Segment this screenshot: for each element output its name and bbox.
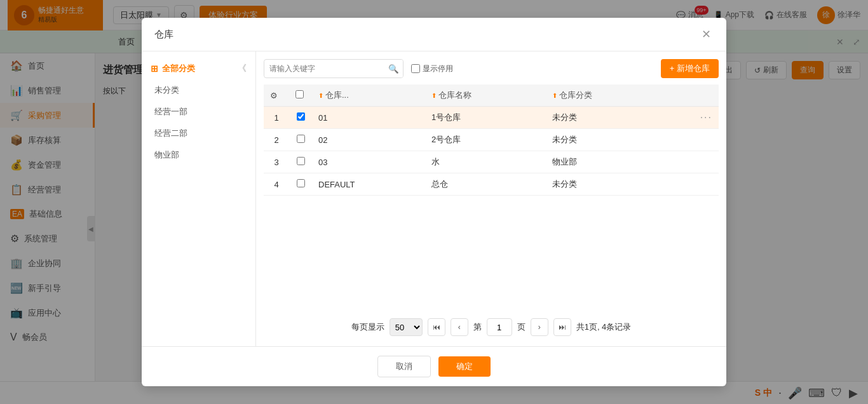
th-category: ⬆ 仓库分类 [546, 84, 719, 107]
row-code: 02 [312, 129, 425, 151]
sort-icon-name: ⬆ [431, 92, 437, 99]
modal-body: ⊞ 全部分类 《 未分类 经营一部 经营二部 物业部 [142, 51, 726, 346]
th-checkbox [289, 84, 312, 107]
next-page-button[interactable]: › [531, 318, 548, 336]
category-item-2[interactable]: 经营二部 [142, 123, 255, 144]
category-item-0[interactable]: 未分类 [142, 79, 255, 101]
row-name: 水 [425, 151, 546, 173]
row-name: 1号仓库 [425, 107, 546, 129]
category-panel: ⊞ 全部分类 《 未分类 经营一部 经营二部 物业部 [142, 51, 256, 346]
table-container: ⚙ ⬆ 仓库... ⬆ [264, 84, 719, 311]
row-code: 01 [312, 107, 425, 129]
all-categories-button[interactable]: ⊞ 全部分类 [151, 63, 195, 74]
pagination: 每页显示 50 20 100 ⏮ ‹ 第 页 › ⏭ 共1页, 4条记录 [264, 311, 719, 339]
page-input[interactable] [487, 318, 512, 336]
row-checkbox[interactable] [289, 173, 312, 196]
table-row[interactable]: 4 DEFAULT 总仓 未分类 [264, 173, 719, 196]
modal-title: 仓库 [154, 29, 173, 41]
cancel-button[interactable]: 取消 [377, 356, 431, 377]
per-page-select[interactable]: 50 20 100 [390, 318, 423, 336]
sort-icon: ⬆ [318, 92, 323, 99]
search-button[interactable]: 🔍 [384, 60, 403, 77]
row-code: DEFAULT [312, 173, 425, 196]
row-checkbox[interactable] [289, 129, 312, 151]
table-row[interactable]: 2 02 2号仓库 未分类 [264, 129, 719, 151]
table-row[interactable]: 1 01 1号仓库 未分类··· [264, 107, 719, 129]
last-page-button[interactable]: ⏭ [553, 318, 571, 336]
modal-footer: 取消 确定 [142, 346, 726, 386]
table-header-row: ⚙ ⬆ 仓库... ⬆ [264, 84, 719, 107]
row-category: 未分类 [546, 129, 719, 151]
th-settings: ⚙ [264, 84, 289, 107]
confirm-button[interactable]: 确定 [438, 356, 491, 377]
show-disabled-checkbox[interactable] [411, 64, 420, 73]
category-item-1[interactable]: 经营一部 [142, 101, 255, 123]
category-header: ⊞ 全部分类 《 [142, 58, 255, 79]
select-all-checkbox[interactable] [295, 90, 304, 98]
row-name: 总仓 [425, 173, 546, 196]
search-input[interactable] [264, 61, 384, 76]
add-warehouse-button[interactable]: + 新增仓库 [661, 59, 719, 78]
th-code: ⬆ 仓库... [312, 84, 425, 107]
modal-overlay: 仓库 ✕ ⊞ 全部分类 《 未分类 经营一部 [0, 0, 868, 404]
search-box: 🔍 [264, 59, 403, 78]
row-checkbox[interactable] [289, 151, 312, 173]
row-code: 03 [312, 151, 425, 173]
table-head: ⚙ ⬆ 仓库... ⬆ [264, 84, 719, 107]
prev-page-button[interactable]: ‹ [451, 318, 468, 336]
row-name: 2号仓库 [425, 129, 546, 151]
warehouse-modal: 仓库 ✕ ⊞ 全部分类 《 未分类 经营一部 [142, 18, 726, 386]
row-index: 2 [264, 129, 289, 151]
table-body: 1 01 1号仓库 未分类··· 2 02 2号仓库 未分类 3 03 水 物业… [264, 107, 719, 196]
sort-icon-cat: ⬆ [552, 92, 557, 99]
show-disabled-label[interactable]: 显示停用 [411, 64, 453, 74]
row-index: 3 [264, 151, 289, 173]
row-checkbox[interactable] [289, 107, 312, 129]
row-category: 未分类 [546, 173, 719, 196]
row-index: 1 [264, 107, 289, 129]
category-collapse-button[interactable]: 《 [238, 63, 247, 74]
modal-toolbar: 🔍 显示停用 + 新增仓库 [264, 59, 719, 78]
category-item-3[interactable]: 物业部 [142, 144, 255, 166]
row-category: 未分类··· [546, 107, 719, 129]
modal-header: 仓库 ✕ [142, 18, 726, 51]
first-page-button[interactable]: ⏮ [428, 318, 445, 336]
table-row[interactable]: 3 03 水 物业部 [264, 151, 719, 173]
warehouse-table: ⚙ ⬆ 仓库... ⬆ [264, 84, 719, 196]
modal-close-button[interactable]: ✕ [698, 27, 714, 42]
th-name: ⬆ 仓库名称 [425, 84, 546, 107]
row-more-button[interactable]: ··· [700, 112, 712, 123]
table-panel: 🔍 显示停用 + 新增仓库 ⚙ [256, 51, 726, 346]
row-index: 4 [264, 173, 289, 196]
grid-icon: ⊞ [151, 64, 158, 74]
row-category: 物业部 [546, 151, 719, 173]
